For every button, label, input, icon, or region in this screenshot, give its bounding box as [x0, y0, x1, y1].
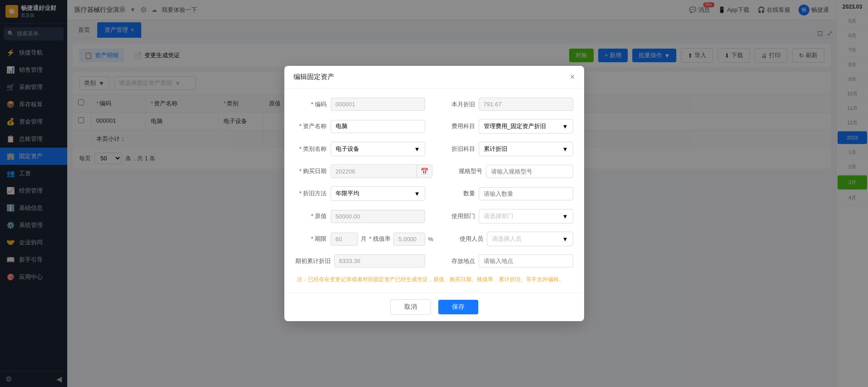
use-dept-placeholder: 请选择部门	[484, 212, 513, 220]
purchase-date-field: * 购买日期 📅	[295, 164, 432, 178]
dep-method-value: 年限平均	[336, 189, 359, 198]
code-input[interactable]	[331, 98, 425, 111]
code-field: * 编码	[295, 98, 425, 111]
asset-name-input[interactable]	[331, 120, 425, 133]
use-person-select[interactable]: 请选择人员 ▼	[487, 232, 573, 246]
cancel-button[interactable]: 取消	[390, 299, 431, 315]
chevron-down-icon: ▼	[562, 213, 568, 220]
initial-dep-input[interactable]	[334, 254, 425, 268]
dep-subject-value: 累计折旧	[484, 145, 507, 153]
category-field: * 类别名称 电子设备 ▼	[295, 142, 425, 156]
expense-subject-label: 费用科目	[443, 122, 475, 130]
residual-rate-unit: %	[428, 236, 433, 243]
chevron-down-icon: ▼	[414, 190, 420, 197]
modal-overlay: 编辑固定资产 × * 编码 本月折旧 * 资产名称	[0, 0, 868, 387]
initial-dep-field: 期初累计折旧	[295, 254, 425, 268]
form-row-4: * 购买日期 📅 规格型号	[295, 164, 573, 178]
form-row-2: * 资产名称 费用科目 管理费用_固定资产折旧 ▼	[295, 119, 573, 134]
storage-field: 存放地点	[443, 254, 573, 268]
chevron-down-icon: ▼	[562, 123, 568, 130]
period-unit: 月	[361, 235, 367, 243]
monthly-dep-input[interactable]	[479, 98, 573, 111]
dep-method-label: * 折旧方法	[295, 189, 327, 198]
use-person-label: 使用人员	[451, 235, 483, 243]
category-value: 电子设备	[336, 145, 359, 153]
purchase-date-input[interactable]	[331, 165, 417, 178]
period-residual-inputs: 月 * 残值率 %	[331, 233, 433, 246]
spec-model-field: 规格型号	[451, 164, 573, 178]
use-dept-select[interactable]: 请选择部门 ▼	[479, 209, 573, 223]
dep-method-select[interactable]: 年限平均 ▼	[331, 186, 425, 201]
quantity-label: 数量	[443, 189, 475, 198]
form-row-7: * 期限 月 * 残值率 % 使用人员 请选择人员 ▼	[295, 232, 573, 246]
residual-rate-label: * 残值率	[369, 235, 391, 243]
spec-model-label: 规格型号	[451, 167, 482, 175]
storage-label: 存放地点	[443, 257, 475, 265]
code-label: * 编码	[295, 100, 327, 109]
modal-header: 编辑固定资产 ×	[284, 66, 584, 89]
monthly-dep-field: 本月折旧	[443, 98, 573, 111]
modal-close-button[interactable]: ×	[570, 72, 575, 82]
initial-dep-label: 期初累计折旧	[295, 257, 331, 265]
period-input[interactable]	[331, 233, 358, 246]
original-value-input[interactable]	[331, 210, 425, 223]
monthly-dep-label: 本月折旧	[443, 100, 475, 109]
residual-rate-input[interactable]	[393, 233, 425, 246]
dep-subject-field: 折旧科目 累计折旧 ▼	[443, 142, 573, 156]
asset-name-field: * 资产名称	[295, 119, 425, 134]
calendar-icon[interactable]: 📅	[417, 165, 432, 178]
chevron-down-icon: ▼	[414, 146, 420, 153]
form-row-1: * 编码 本月折旧	[295, 98, 573, 111]
use-person-field: 使用人员 请选择人员 ▼	[451, 232, 573, 246]
spec-model-input[interactable]	[486, 165, 573, 178]
asset-name-label: * 资产名称	[295, 122, 327, 130]
modal-body: * 编码 本月折旧 * 资产名称 费用科目 管理费用_固定资产折旧	[284, 89, 584, 293]
form-row-5: * 折旧方法 年限平均 ▼ 数量	[295, 186, 573, 201]
quantity-field: 数量	[443, 186, 573, 201]
original-value-field: * 原值	[295, 209, 425, 223]
expense-subject-select[interactable]: 管理费用_固定资产折旧 ▼	[479, 119, 573, 134]
dep-subject-select[interactable]: 累计折旧 ▼	[479, 142, 573, 156]
category-label: * 类别名称	[295, 145, 327, 153]
original-value-label: * 原值	[295, 212, 327, 220]
period-label: * 期限	[295, 235, 327, 243]
dep-method-field: * 折旧方法 年限平均 ▼	[295, 186, 425, 201]
expense-subject-field: 费用科目 管理费用_固定资产折旧 ▼	[443, 119, 573, 134]
category-select[interactable]: 电子设备 ▼	[331, 142, 425, 156]
purchase-date-input-wrap: 📅	[331, 164, 432, 178]
save-button[interactable]: 保存	[438, 300, 478, 314]
edit-asset-modal: 编辑固定资产 × * 编码 本月折旧 * 资产名称	[284, 66, 584, 321]
form-note: 注：已经存在变更记录或者对应固定资产已经生成凭证，原值、购买日期、残值率、累计折…	[295, 276, 573, 283]
expense-subject-value: 管理费用_固定资产折旧	[484, 122, 546, 130]
form-row-3: * 类别名称 电子设备 ▼ 折旧科目 累计折旧 ▼	[295, 142, 573, 156]
modal-footer: 取消 保存	[284, 293, 584, 321]
purchase-date-label: * 购买日期	[295, 167, 327, 175]
use-person-placeholder: 请选择人员	[492, 235, 521, 243]
chevron-down-icon: ▼	[562, 146, 568, 153]
form-row-6: * 原值 使用部门 请选择部门 ▼	[295, 209, 573, 223]
storage-input[interactable]	[479, 254, 573, 268]
chevron-down-icon: ▼	[562, 236, 568, 243]
period-residual-field: * 期限 月 * 残值率 %	[295, 232, 433, 246]
form-row-8: 期初累计折旧 存放地点	[295, 254, 573, 268]
use-dept-label: 使用部门	[443, 212, 475, 220]
dep-subject-label: 折旧科目	[443, 145, 475, 153]
quantity-input[interactable]	[479, 187, 573, 200]
modal-title: 编辑固定资产	[293, 73, 334, 81]
use-dept-field: 使用部门 请选择部门 ▼	[443, 209, 573, 223]
